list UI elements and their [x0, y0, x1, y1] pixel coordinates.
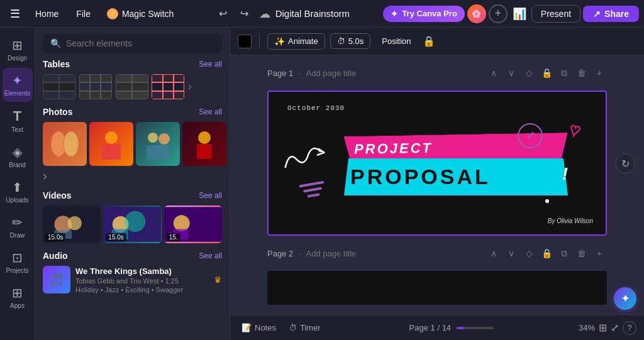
photos-see-all-button[interactable]: See all: [199, 107, 222, 116]
elements-label: Elements: [4, 90, 31, 97]
help-button[interactable]: ?: [623, 321, 636, 335]
photos-title: Photos: [43, 107, 72, 117]
draw-label: Draw: [10, 232, 25, 239]
add-collaborator-button[interactable]: +: [489, 4, 508, 23]
page-2-move-up-icon[interactable]: ∧: [486, 246, 501, 261]
pages-container[interactable]: Page 1 - ∧ ∨ ◇ 🔒 ⧉ 🗑 +: [230, 55, 644, 315]
notes-button[interactable]: 📝 Notes: [238, 321, 280, 334]
photo-thumb-3[interactable]: [136, 122, 180, 166]
cloud-save-icon[interactable]: ☁: [259, 7, 270, 21]
sidebar-item-brand[interactable]: ◈ Brand: [3, 140, 33, 173]
photos-section: Photos See all: [35, 107, 230, 190]
sidebar-item-apps[interactable]: ⊞ Apps: [3, 280, 33, 314]
page-2-add-icon[interactable]: +: [592, 246, 607, 261]
apps-label: Apps: [10, 302, 25, 309]
videos-title: Videos: [43, 190, 72, 200]
undo-button[interactable]: ↩: [214, 4, 233, 23]
table-thumb-1[interactable]: [43, 74, 75, 99]
lock-icon[interactable]: 🔒: [423, 35, 435, 47]
text-icon: T: [13, 108, 21, 124]
magic-fab-button[interactable]: ✦: [614, 287, 636, 310]
audio-section: Audio See all 🎵 We Three Kings (Samba) T…: [35, 251, 230, 301]
svg-point-6: [158, 133, 170, 145]
timing-button[interactable]: ⏱ 5.0s: [330, 33, 371, 49]
photo-thumb-1[interactable]: [43, 122, 87, 166]
video-thumb-3[interactable]: 15.: [164, 206, 222, 243]
analytics-icon[interactable]: 📊: [510, 4, 529, 23]
table-thumb-4[interactable]: [152, 74, 184, 99]
audio-see-all-button[interactable]: See all: [199, 251, 222, 260]
page-2-title-input[interactable]: [306, 249, 412, 258]
slide-canvas-1[interactable]: October 2030 PROJECT: [267, 90, 607, 236]
animate-button[interactable]: ✨ Animate: [267, 33, 325, 50]
audio-item-1[interactable]: 🎵 We Three Kings (Samba) Tobias Gebb and…: [43, 266, 222, 293]
refresh-button[interactable]: ↻: [615, 153, 635, 173]
page-2-duplicate-icon[interactable]: ⧉: [557, 246, 572, 261]
audio-info-1: We Three Kings (Samba) Tobias Gebb and T…: [75, 266, 209, 293]
search-input-wrap[interactable]: 🔍: [43, 34, 222, 53]
page-progress-thumb: [457, 327, 464, 329]
divider-1: [259, 34, 260, 49]
position-button[interactable]: Position: [375, 34, 417, 48]
uploads-label: Uploads: [6, 197, 29, 204]
video-thumb-2[interactable]: 15.0s: [103, 206, 161, 243]
table-thumb-3[interactable]: [116, 74, 148, 99]
share-icon: ↗: [593, 9, 601, 19]
present-button[interactable]: Present: [531, 5, 580, 23]
photo-thumb-4[interactable]: [182, 122, 226, 166]
page-duplicate-icon[interactable]: ⧉: [557, 65, 572, 80]
photo-thumb-2[interactable]: [89, 122, 133, 166]
page-2-delete-icon[interactable]: 🗑: [574, 246, 589, 261]
share-label: Share: [604, 9, 629, 19]
share-button[interactable]: ↗ Share: [583, 6, 639, 22]
page-move-down-icon[interactable]: ∨: [504, 65, 519, 80]
user-avatar[interactable]: 🌸: [467, 4, 486, 23]
slide-canvas-2[interactable]: [267, 271, 607, 305]
page-add-icon[interactable]: +: [592, 65, 607, 80]
try-canva-pro-button[interactable]: ✦ Try Canva Pro: [383, 6, 464, 22]
sidebar-item-draw[interactable]: ✏ Draw: [3, 210, 33, 244]
videos-see-all-button[interactable]: See all: [199, 191, 222, 200]
home-nav-button[interactable]: Home: [28, 6, 66, 21]
sidebar-item-design[interactable]: ⊞ Design: [3, 33, 33, 67]
sidebar-item-elements[interactable]: ✦ Elements: [3, 68, 33, 102]
color-picker-box[interactable]: [238, 35, 252, 48]
video-3-duration: 15.: [167, 233, 180, 241]
page-2-move-down-icon[interactable]: ∨: [504, 246, 519, 261]
page-delete-icon[interactable]: 🗑: [574, 65, 589, 80]
sidebar-item-text[interactable]: T Text: [3, 103, 33, 138]
table-thumb-2[interactable]: [79, 74, 112, 99]
page-2-timeline-icon[interactable]: ◇: [521, 246, 536, 261]
timer-button[interactable]: ⏱ Timer: [285, 321, 325, 334]
page-1-actions: ∧ ∨ ◇ 🔒 ⧉ 🗑 +: [486, 65, 607, 80]
svg-point-3: [105, 131, 118, 144]
menu-hamburger-button[interactable]: ☰: [5, 4, 25, 24]
grid-view-icon[interactable]: ⊞: [599, 322, 607, 334]
tables-scroll-right-icon[interactable]: ›: [188, 81, 222, 92]
page-move-up-icon[interactable]: ∧: [486, 65, 501, 80]
tables-see-all-button[interactable]: See all: [199, 60, 222, 69]
file-nav-button[interactable]: File: [69, 6, 98, 21]
video-thumb-1[interactable]: 15.0s: [43, 206, 101, 243]
page-timeline-icon[interactable]: ◇: [521, 65, 536, 80]
video-1-duration: 15.0s: [45, 233, 65, 241]
sidebar-item-projects[interactable]: ⊡ Projects: [3, 245, 33, 279]
fullscreen-icon[interactable]: ⤢: [611, 322, 619, 334]
audio-meta-1: Tobias Gebb and Trio West • 1:25: [75, 277, 209, 285]
top-navigation: ☰ Home File Magic Switch ↩ ↪ ☁ Digital B…: [0, 0, 644, 28]
document-title[interactable]: Digital Brainstorm: [275, 8, 350, 19]
page-progress-slider[interactable]: [456, 327, 494, 329]
page-2-lock-icon[interactable]: 🔒: [539, 246, 554, 261]
redo-button[interactable]: ↪: [235, 4, 254, 23]
page-lock-icon[interactable]: 🔒: [539, 65, 554, 80]
photos-scroll-right-icon[interactable]: ›: [43, 168, 87, 183]
purple-line-2: [303, 187, 322, 192]
magic-switch-button[interactable]: Magic Switch: [101, 6, 180, 22]
search-input[interactable]: [66, 38, 214, 48]
sidebar-item-uploads[interactable]: ⬆ Uploads: [3, 175, 33, 209]
apps-icon: ⊞: [12, 285, 23, 300]
videos-section: Videos See all 15.0s: [35, 190, 230, 251]
checkmark-circle: ✓: [518, 123, 543, 148]
audio-thumbnail-1[interactable]: 🎵: [43, 266, 70, 293]
page-1-title-input[interactable]: [306, 69, 412, 78]
